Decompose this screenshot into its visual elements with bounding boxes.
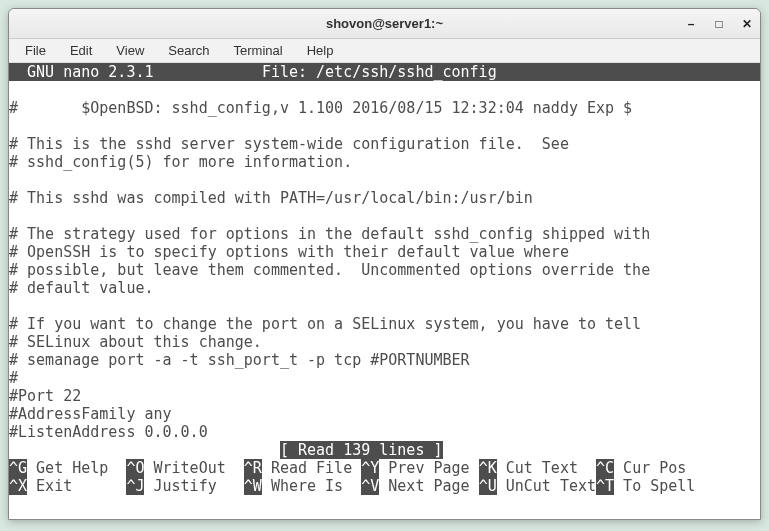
shortcut-row-1: ^G Get Help ^O WriteOut ^R Read File ^Y … (9, 459, 760, 477)
nano-file-label: File: /etc/ssh/sshd_config (262, 63, 497, 81)
minimize-icon[interactable]: – (684, 17, 698, 31)
shortcut-key: ^U (479, 477, 497, 495)
menu-search[interactable]: Search (158, 41, 219, 60)
shortcut-label: Justify (144, 477, 243, 495)
titlebar[interactable]: shovon@server1:~ – □ ✕ (9, 9, 760, 39)
shortcut-key: ^K (479, 459, 497, 477)
shortcut-row-2: ^X Exit ^J Justify ^W Where Is ^V Next P… (9, 477, 760, 495)
shortcut-label: Read File (262, 459, 361, 477)
close-icon[interactable]: ✕ (740, 17, 754, 31)
status-message: [ Read 139 lines ] (280, 441, 443, 459)
file-content: # $OpenBSD: sshd_config,v 1.100 2016/08/… (9, 81, 760, 441)
menu-file[interactable]: File (15, 41, 56, 60)
shortcut-label: UnCut Text (497, 477, 596, 495)
window-controls: – □ ✕ (684, 17, 754, 31)
shortcut-label: Prev Page (379, 459, 478, 477)
shortcut-label: Cur Pos (614, 459, 686, 477)
shortcut-key: ^C (596, 459, 614, 477)
shortcut-key: ^R (244, 459, 262, 477)
shortcut-key: ^O (126, 459, 144, 477)
shortcut-label: Next Page (379, 477, 478, 495)
shortcut-key: ^X (9, 477, 27, 495)
menu-edit[interactable]: Edit (60, 41, 102, 60)
shortcut-key: ^T (596, 477, 614, 495)
nano-version: GNU nano 2.3.1 (9, 63, 262, 81)
shortcut-key: ^V (361, 477, 379, 495)
nano-header: GNU nano 2.3.1 File: /etc/ssh/sshd_confi… (9, 63, 760, 81)
shortcut-label: Cut Text (497, 459, 596, 477)
shortcut-label: Where Is (262, 477, 361, 495)
shortcut-label: Get Help (27, 459, 126, 477)
shortcut-label: WriteOut (144, 459, 243, 477)
shortcut-key: ^Y (361, 459, 379, 477)
shortcut-key: ^W (244, 477, 262, 495)
shortcut-key: ^J (126, 477, 144, 495)
menu-view[interactable]: View (106, 41, 154, 60)
status-line: [ Read 139 lines ] (9, 441, 760, 459)
nano-header-pad (497, 63, 759, 81)
shortcut-key: ^G (9, 459, 27, 477)
menu-terminal[interactable]: Terminal (224, 41, 293, 60)
window-title: shovon@server1:~ (326, 16, 443, 31)
menubar: File Edit View Search Terminal Help (9, 39, 760, 63)
menu-help[interactable]: Help (297, 41, 344, 60)
terminal-output[interactable]: GNU nano 2.3.1 File: /etc/ssh/sshd_confi… (9, 63, 760, 519)
shortcut-label: Exit (27, 477, 126, 495)
terminal-window: shovon@server1:~ – □ ✕ File Edit View Se… (8, 8, 761, 520)
shortcut-label: To Spell (614, 477, 695, 495)
maximize-icon[interactable]: □ (712, 17, 726, 31)
